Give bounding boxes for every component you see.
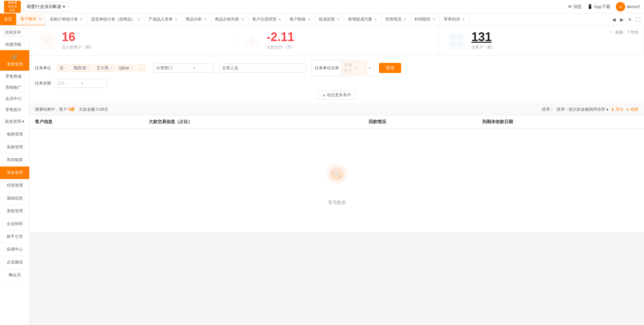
close-tab-remind-settings[interactable]: ✕	[337, 17, 340, 21]
sidebar-item-marketing[interactable]: 营销推广	[0, 82, 29, 93]
collapse-btn[interactable]: ∧ 收起更多条件	[318, 91, 355, 100]
sidebar-item-retail-mall[interactable]: 零售商城	[0, 71, 29, 82]
person-more-icon: ···	[277, 66, 303, 70]
search-input[interactable]	[3, 28, 27, 36]
svg-text:🔍: 🔍	[333, 170, 341, 178]
sidebar-item-retail[interactable]: 🛒 零售管理	[0, 50, 29, 71]
retail-icon: 🛒	[0, 53, 29, 61]
tab-home[interactable]: 首页	[0, 13, 16, 26]
tab-profit-report[interactable]: 利润报告 ✕	[411, 13, 440, 26]
tab-goods-analysis[interactable]: 商品分析 ✕	[182, 13, 211, 26]
tab-customers[interactable]: 客户账本 ✕	[16, 13, 46, 26]
sort-label: 排序：	[542, 107, 554, 112]
sidebar-item-quick-nav[interactable]: 快捷导航	[0, 39, 29, 50]
sidebar-item-enterprise-coop[interactable]: 企业协同	[0, 218, 29, 230]
sidebar-item-new-guide[interactable]: 新手引导	[0, 230, 29, 243]
col-due-date: 到期未收款日期	[477, 115, 644, 129]
tab-goods-analysis-list[interactable]: 商品分析列表 ✕	[211, 13, 248, 26]
sidebar-item-purchase[interactable]: 采购管理	[0, 141, 29, 154]
store-selector[interactable]: 母婴行业演示帐套 ▾	[24, 2, 68, 11]
remove-tag-3[interactable]: ✕	[110, 66, 112, 70]
message-btn[interactable]: ✉ 消息	[568, 4, 582, 10]
help-btn[interactable]: ? 帮助	[627, 30, 639, 35]
tab-customer-connect[interactable]: 客户联络 ✕	[286, 13, 315, 26]
remove-tag-1[interactable]: ✕	[65, 66, 67, 70]
category-tag: 普通客户 ✕	[342, 62, 366, 74]
tab-retail-profit[interactable]: 零售利润 ✕	[440, 13, 469, 26]
tab-new-achievement[interactable]: 新增提成方案 ✕	[344, 13, 381, 26]
sidebar-item-ecommerce[interactable]: 电商管理	[0, 128, 29, 141]
sidebar-item-retail-stats[interactable]: 零售统计	[0, 104, 29, 115]
chevron-down-icon: ▾	[63, 4, 65, 9]
close-tab-customer-connect[interactable]: ✕	[308, 17, 310, 21]
stats-bar: ¥ 16 总欠款客户（家） ◈	[30, 26, 644, 56]
more-tags-btn[interactable]: ...	[137, 65, 145, 71]
unit-tag-1: 伍 ✕	[57, 65, 70, 72]
tab-remind-settings[interactable]: 提成设置 ✕	[315, 13, 344, 26]
sidebar-item-system[interactable]: 系统管理	[0, 205, 29, 218]
sidebar-item-app-center[interactable]: 应用中心	[0, 243, 29, 256]
close-tab-inbound-stats[interactable]: ✕	[137, 17, 140, 21]
total-customers-value: 131	[471, 31, 496, 43]
sidebar-item-wholesale[interactable]: 批发管理 ▾	[0, 115, 29, 128]
remove-tag-2[interactable]: ✕	[87, 66, 90, 70]
close-tab-retail-profit[interactable]: ✕	[462, 17, 465, 21]
svg-rect-7	[450, 41, 456, 47]
close-tab-operation-status[interactable]: ✕	[403, 17, 406, 21]
total-customers-icon	[447, 31, 466, 50]
remove-tag-4[interactable]: ✕	[130, 66, 133, 70]
close-tab-customer-tier[interactable]: ✕	[278, 17, 281, 21]
sidebar-item-inventory[interactable]: 库存核算	[0, 154, 29, 167]
svg-rect-8	[457, 41, 463, 47]
tab-operation-status[interactable]: 经营情况 ✕	[381, 13, 411, 26]
tab-product-inbound[interactable]: 产成品入库单 ✕	[144, 13, 182, 26]
refresh-btn[interactable]: ↻ 刷新	[626, 107, 639, 112]
query-button[interactable]: 查询	[379, 63, 401, 73]
nav-fullscreen-btn[interactable]: ⛶	[635, 16, 641, 23]
close-tab-product-inbound[interactable]: ✕	[175, 17, 177, 21]
sort-select[interactable]: 排序：按欠款金额倒序排序 ▾	[557, 107, 608, 112]
category-filter-select[interactable]: 往来单位分类 普通客户 ✕ ▾	[312, 60, 374, 76]
sidebar-item-vip-member[interactable]: 畅会员	[0, 269, 29, 282]
app-download-btn[interactable]: 📱 App下载	[587, 4, 610, 10]
nav-tabs-bar: 首页 客户账本 ✕ 采购订单统计表 ✕ 进货单统计表（按商品） ✕ 产成品入库单…	[0, 13, 644, 26]
dept-filter-select[interactable]: 分管部门 ▾	[153, 64, 214, 73]
person-filter-select[interactable]: 分管人员 ···	[219, 64, 306, 73]
sidebar-search-area	[0, 26, 29, 39]
stat-credit-amount: ◈ -2.11 欠款合计（万）	[234, 26, 439, 56]
video-help-btn[interactable]: ▷ 视频	[610, 30, 623, 35]
close-tab-profit-report[interactable]: ✕	[433, 17, 435, 21]
export-btn[interactable]: ⬆ 导出	[611, 107, 624, 112]
close-tab-goods-analysis-list[interactable]: ✕	[241, 17, 244, 21]
close-tab-goods-analysis[interactable]: ✕	[204, 17, 207, 21]
sidebar-item-finance[interactable]: 资金管理	[0, 167, 29, 179]
store-name: 母婴行业演示帐套	[27, 4, 61, 10]
sidebar-item-member[interactable]: 会员中心	[0, 93, 29, 104]
close-tab-new-achievement[interactable]: ✕	[374, 17, 377, 21]
balance-chevron-icon: ▾	[81, 81, 104, 85]
sidebar-item-enterprise-wechat[interactable]: 企业微信	[0, 256, 29, 269]
sidebar: 快捷导航 🛒 零售管理 零售商城 营销推广 会员中心 零售统计 批发管理 ▾ 电…	[0, 26, 30, 325]
dept-filter-label: 分管部门	[156, 65, 173, 71]
nav-close-all-btn[interactable]: ✕	[627, 16, 633, 23]
sidebar-item-basic-info[interactable]: 基础信息	[0, 192, 29, 205]
nav-next-btn[interactable]: ▶	[618, 16, 625, 23]
balance-filter-label: 往来余额	[35, 80, 51, 86]
close-tab-customers[interactable]: ✕	[39, 17, 41, 21]
category-filter-label: 往来单位分类	[315, 65, 339, 71]
credit-customers-value: 16	[62, 31, 94, 43]
tab-purchase-order-stats[interactable]: 采购订单统计表 ✕	[46, 13, 87, 26]
credit-customers-icon: ¥	[38, 31, 56, 50]
tab-customer-tier[interactable]: 客户分层经营 ✕	[248, 13, 286, 26]
svg-text:◈: ◈	[249, 37, 255, 46]
tab-inbound-stats[interactable]: 进货单统计表（按商品） ✕	[87, 13, 144, 26]
collapse-icon: ∧	[323, 93, 326, 98]
sidebar-item-operations[interactable]: 经营管理	[0, 179, 29, 192]
balance-filter-select[interactable]: 选择... ▾	[54, 79, 108, 88]
nav-prev-btn[interactable]: ◀	[610, 16, 617, 23]
chevron-icon-wholesale: ▾	[22, 119, 24, 124]
remove-category-tag[interactable]: ✕	[354, 66, 364, 70]
close-tab-purchase-order-stats[interactable]: ✕	[80, 17, 83, 21]
user-avatar-area[interactable]: d demo2	[616, 2, 640, 11]
question-icon: ?	[627, 30, 630, 35]
